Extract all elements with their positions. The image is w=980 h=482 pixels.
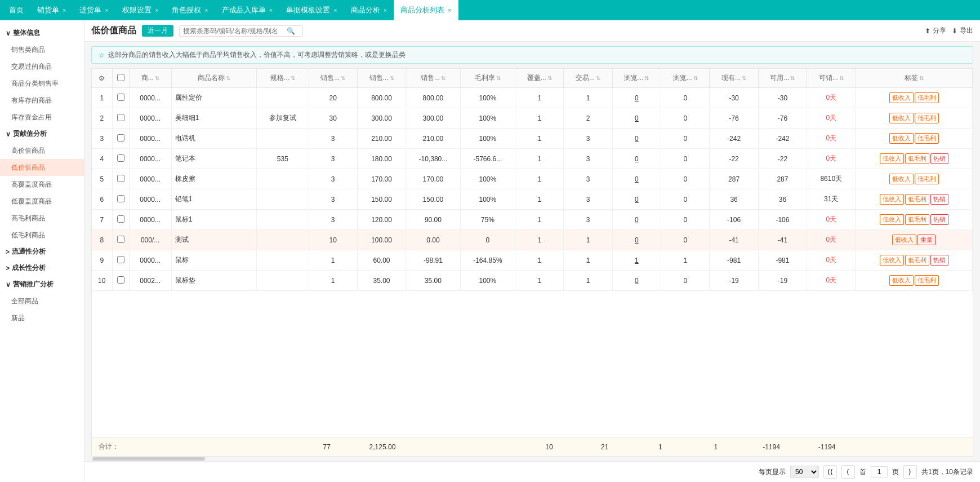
cell-view1[interactable]: 0 [612, 230, 661, 250]
share-button[interactable]: ⬆ 分享 [925, 26, 946, 36]
cell-view1[interactable]: 0 [612, 210, 661, 230]
sidebar-item-high-coverage[interactable]: 高覆盖度商品 [0, 176, 84, 193]
nav-product-inbound[interactable]: 产成品入库单 × [215, 0, 279, 20]
view1-link[interactable]: 0 [635, 155, 639, 163]
sidebar-item-stocked-products[interactable]: 有库存的商品 [0, 92, 84, 109]
col-trade[interactable]: 交易...⇅ [564, 69, 612, 88]
sidebar-group-marketing[interactable]: ∨ 营销推广分析 [0, 276, 84, 293]
nav-close-analysis-list[interactable]: × [448, 7, 451, 14]
cell-view1[interactable]: 0 [612, 271, 661, 291]
page-next-button[interactable]: ⟩ [903, 465, 917, 479]
view1-link[interactable]: 0 [635, 94, 639, 102]
col-name[interactable]: 商品名称⇅ [171, 69, 256, 88]
nav-close-purchase[interactable]: × [105, 7, 108, 14]
cell-view1[interactable]: 0 [612, 189, 661, 210]
settings-icon[interactable] [99, 74, 105, 82]
row-checkbox[interactable] [117, 154, 124, 162]
view1-link[interactable]: 0 [635, 196, 639, 204]
sidebar-item-low-coverage[interactable]: 低覆盖度商品 [0, 193, 84, 210]
col-spec[interactable]: 规格...⇅ [257, 69, 309, 88]
col-view2[interactable]: 浏览...⇅ [661, 69, 710, 88]
sidebar-group-liquidity[interactable]: > 流通性分析 [0, 244, 84, 260]
nav-close-analysis[interactable]: × [384, 7, 387, 14]
search-input[interactable] [183, 27, 284, 35]
col-amount[interactable]: 销售...⇅ [406, 69, 460, 88]
col-view1[interactable]: 浏览...⇅ [612, 69, 661, 88]
select-all-checkbox[interactable] [117, 74, 124, 81]
col-gross-rate[interactable]: 毛利率⇅ [460, 69, 515, 88]
row-checkbox[interactable] [117, 134, 124, 141]
sidebar-group-overall[interactable]: ∨ 整体信息 [0, 25, 84, 41]
sidebar-item-sales-products[interactable]: 销售类商品 [0, 41, 84, 58]
cell-view2: 0 [661, 210, 710, 230]
nav-product-analysis[interactable]: 商品分析 × [344, 0, 394, 20]
col-settings[interactable] [92, 69, 112, 88]
view1-link[interactable]: 1 [635, 257, 639, 264]
sidebar-item-stock-capital[interactable]: 库存资金占用 [0, 109, 84, 126]
page-label-after: 页 [892, 467, 899, 477]
cell-view1[interactable]: 0 [612, 88, 661, 108]
col-days[interactable]: 可销...⇅ [807, 69, 856, 88]
view1-link[interactable]: 0 [635, 135, 639, 143]
row-checkbox[interactable] [117, 94, 124, 101]
scrollbar-thumb[interactable] [92, 457, 205, 461]
col-stock[interactable]: 现有...⇅ [710, 69, 758, 88]
sidebar-item-category-sales[interactable]: 商品分类销售率 [0, 75, 84, 92]
date-filter-button[interactable]: 近一月 [142, 25, 173, 37]
page-prev-button[interactable]: ⟨ [841, 465, 855, 479]
nav-close-sales[interactable]: × [63, 7, 66, 14]
sidebar-item-all-products[interactable]: 全部商品 [0, 293, 84, 309]
horizontal-scrollbar[interactable] [91, 457, 973, 461]
row-checkbox[interactable] [117, 114, 124, 121]
col-price[interactable]: 销售...⇅ [357, 69, 406, 88]
page-size-select[interactable]: 50 100 200 [790, 466, 819, 478]
row-checkbox[interactable] [117, 195, 124, 202]
cell-view1[interactable]: 1 [612, 250, 661, 271]
col-qty[interactable]: 销售...⇅ [309, 69, 357, 88]
view1-link[interactable]: 0 [635, 236, 639, 244]
col-available[interactable]: 可用...⇅ [758, 69, 807, 88]
sidebar-group-contribution[interactable]: ∨ 贡献值分析 [0, 126, 84, 142]
nav-close-template[interactable]: × [333, 7, 337, 14]
search-icon[interactable]: 🔍 [287, 27, 295, 35]
page-number-input[interactable] [871, 466, 888, 477]
nav-template-settings[interactable]: 单据模板设置 × [279, 0, 344, 20]
cell-amount: 800.00 [406, 88, 460, 108]
row-checkbox[interactable] [117, 236, 124, 243]
cell-view1[interactable]: 0 [612, 108, 661, 129]
nav-role-auth[interactable]: 角色授权 × [165, 0, 215, 20]
nav-close-inbound[interactable]: × [269, 7, 273, 14]
cell-view1[interactable]: 0 [612, 149, 661, 169]
row-checkbox[interactable] [117, 256, 124, 263]
row-checkbox[interactable] [117, 175, 124, 182]
data-table-container[interactable]: 商...⇅ 商品名称⇅ 规格...⇅ 销售...⇅ 销售...⇅ 销售...⇅ … [91, 68, 973, 437]
nav-permissions[interactable]: 权限设置 × [115, 0, 165, 20]
nav-close-role[interactable]: × [204, 7, 208, 14]
nav-product-analysis-list[interactable]: 商品分析列表 × [394, 0, 458, 20]
nav-home[interactable]: 首页 [2, 0, 30, 20]
sidebar-item-low-value[interactable]: 低价值商品 [0, 159, 84, 176]
nav-sales-order[interactable]: 销货单 × [30, 0, 73, 20]
export-button[interactable]: ⬇ 导出 [952, 26, 973, 36]
cell-view1[interactable]: 0 [612, 169, 661, 189]
col-coverage[interactable]: 覆盖...⇅ [515, 69, 564, 88]
page-first-button[interactable]: ⟨⟨ [823, 465, 837, 479]
view1-link[interactable]: 0 [635, 175, 639, 183]
col-tags[interactable]: 标签⇅ [856, 69, 973, 88]
view1-link[interactable]: 0 [635, 216, 639, 224]
view1-link[interactable]: 0 [635, 277, 639, 285]
row-checkbox[interactable] [117, 276, 124, 284]
sidebar-group-growth[interactable]: > 成长性分析 [0, 260, 84, 276]
sidebar-item-low-margin[interactable]: 低毛利商品 [0, 227, 84, 244]
row-checkbox[interactable] [117, 215, 124, 223]
nav-close-permissions[interactable]: × [155, 7, 158, 14]
cell-trade: 1 [564, 88, 612, 108]
sidebar-item-high-value[interactable]: 高价值商品 [0, 142, 84, 159]
cell-view1[interactable]: 0 [612, 129, 661, 149]
sidebar-item-traded-products[interactable]: 交易过的商品 [0, 58, 84, 75]
view1-link[interactable]: 0 [635, 114, 639, 122]
sidebar-item-new-products[interactable]: 新品 [0, 309, 84, 326]
col-code[interactable]: 商...⇅ [129, 69, 171, 88]
sidebar-item-high-margin[interactable]: 高毛利商品 [0, 210, 84, 227]
nav-purchase-order[interactable]: 进货单 × [73, 0, 115, 20]
